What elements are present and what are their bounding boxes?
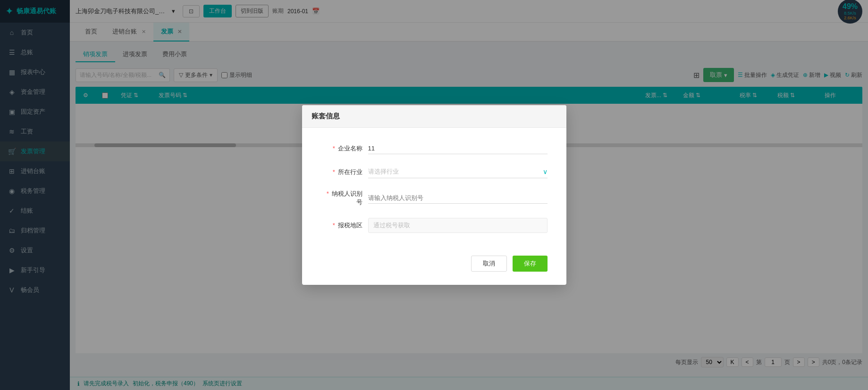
modal-header: 账套信息 xyxy=(302,105,566,128)
tax-region-required-star: * xyxy=(333,222,335,229)
industry-row: * 所在行业 请选择行业 ∨ xyxy=(321,166,548,178)
modal-body: * 企业名称 * 所在行业 请选择行业 ∨ * 纳 xyxy=(302,128,566,256)
industry-placeholder: 请选择行业 xyxy=(368,167,399,176)
industry-dropdown-icon: ∨ xyxy=(543,168,548,175)
tax-region-row: * 报税地区 通过税号获取 xyxy=(321,218,548,233)
company-name-label: * 企业名称 xyxy=(321,144,368,153)
industry-required-star: * xyxy=(333,168,335,175)
save-button[interactable]: 保存 xyxy=(513,256,548,272)
tax-id-input[interactable] xyxy=(368,192,548,204)
tax-region-label: * 报税地区 xyxy=(321,221,368,230)
modal-overlay[interactable]: 账套信息 * 企业名称 * 所在行业 请选择行业 ∨ xyxy=(0,0,868,390)
industry-select[interactable]: 请选择行业 ∨ xyxy=(368,166,548,178)
tax-id-label: * 纳税人识别号 xyxy=(321,190,368,207)
modal-footer: 取消 保存 xyxy=(302,256,566,285)
cancel-button[interactable]: 取消 xyxy=(471,256,507,272)
company-name-input[interactable] xyxy=(368,143,548,154)
modal-title: 账套信息 xyxy=(312,112,340,120)
tax-region-readonly: 通过税号获取 xyxy=(368,218,548,233)
tax-id-row: * 纳税人识别号 xyxy=(321,190,548,207)
company-name-row: * 企业名称 xyxy=(321,143,548,154)
industry-label: * 所在行业 xyxy=(321,168,368,176)
modal-dialog: 账套信息 * 企业名称 * 所在行业 请选择行业 ∨ xyxy=(302,105,566,285)
tax-id-required-star: * xyxy=(327,190,329,197)
company-required-star: * xyxy=(333,145,335,152)
